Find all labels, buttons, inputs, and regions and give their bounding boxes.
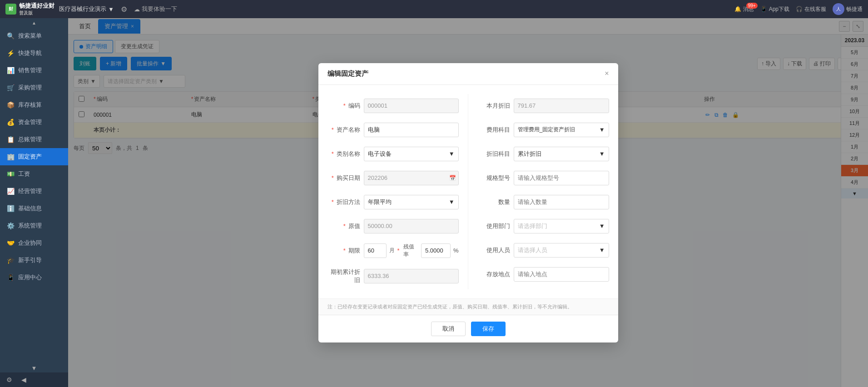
spec-input[interactable] [514,171,609,185]
content-area: 首页 资产管理 × − ⤡ 资产明细 [68,18,868,387]
form-row-depreciation-method: * 折旧方法 年限平均 ▼ [327,190,459,214]
cancel-button[interactable]: 取消 [431,322,466,336]
modal-header: 编辑固定资产 × [318,63,618,85]
logo: 财 畅捷通好业财 普及版 [5,2,55,16]
search-icon: 🔍 [6,32,15,40]
form-row-department: 使用部门 请选择部门 ▼ [477,214,609,238]
form-row-original-value: * 原值 [327,214,459,238]
user-dropdown-icon: ▼ [599,247,605,253]
mobile-icon: 📱 [760,6,767,12]
dropdown-icon: ▼ [108,6,114,13]
modal-overlay: 编辑固定资产 × * 编码 [68,18,868,387]
form-row-monthly-depreciation: 本月折旧 [477,94,609,118]
expense-subject-dropdown-icon: ▼ [599,126,605,133]
monthly-depreciation-input [514,99,609,113]
original-value-input[interactable] [364,219,459,233]
config-icon[interactable]: ⚙ [6,376,12,383]
form-row-category: * 类别名称 电子设备 ▼ [327,142,459,166]
sidebar-menu: 🔍 搜索菜单 ⚡ 快捷导航 📊 销售管理 🛒 采购管理 📦 库存核算 [0,27,68,363]
sidebar-item-fixed-asset[interactable]: 🏢 固定资产 [0,148,68,165]
department-select[interactable]: 请选择部门 ▼ [514,219,609,233]
form-row-location: 存放地点 [477,263,609,287]
headset-icon: 🎧 [796,6,803,12]
inventory-icon: 📦 [6,101,15,109]
depreciation-method-select[interactable]: 年限平均 ▼ [364,195,459,209]
system-icon: ⚙️ [6,222,15,230]
modal-close-button[interactable]: × [605,69,609,78]
expense-subject-select[interactable]: 管理费用_固定资产折旧 ▼ [514,123,609,137]
notification-icon: 🔔 [734,6,741,12]
accumulated-depreciation-input[interactable] [364,269,459,283]
sidebar-item-finance[interactable]: 💰 资金管理 [0,114,68,131]
cloud-icon: ☁ [134,6,140,13]
form-row-expense-subject: 费用科目 管理费用_固定资产折旧 ▼ [477,118,609,142]
depreciation-subject-select[interactable]: 累计折旧 ▼ [514,147,609,161]
sidebar-item-app-center[interactable]: 📱 应用中心 [0,269,68,286]
settings-button[interactable]: ⚙ [118,3,130,15]
purchase-date-input[interactable] [364,171,459,185]
calendar-icon: 📅 [449,175,456,181]
sidebar-item-system[interactable]: ⚙️ 系统管理 [0,217,68,234]
sidebar-scroll-up[interactable]: ▲ [0,18,68,27]
company-selector[interactable]: 医疗器械行业演示 ▼ [59,5,114,13]
operations-icon: 📈 [6,187,15,195]
sidebar-item-sales[interactable]: 📊 销售管理 [0,62,68,79]
sidebar-item-search[interactable]: 🔍 搜索菜单 [0,27,68,45]
quantity-input[interactable] [514,195,609,209]
experience-button[interactable]: ☁ 我要体验一下 [134,5,177,13]
asset-name-input[interactable] [364,123,459,137]
period-residual-group: 月 * 残值率 % [364,243,459,258]
period-input[interactable] [364,243,387,258]
sidebar-scroll-down[interactable]: ▼ [0,363,68,372]
logo-icon: 财 [5,4,16,15]
sidebar-item-collab[interactable]: 🤝 企业协同 [0,234,68,252]
app-download-item[interactable]: 📱 App下载 [760,5,789,13]
sidebar-item-operations[interactable]: 📈 经营管理 [0,183,68,200]
sidebar-item-inventory[interactable]: 📦 库存核算 [0,96,68,114]
sidebar-item-payroll[interactable]: 💵 工资 [0,165,68,183]
sidebar-item-basic-info[interactable]: ℹ️ 基础信息 [0,200,68,217]
top-bar-middle: 医疗器械行业演示 ▼ ⚙ ☁ 我要体验一下 [59,3,730,15]
modal-footer: 取消 保存 [318,315,618,342]
notification-item[interactable]: 🔔 消息 99+ [734,5,754,13]
quick-nav-icon: ⚡ [6,49,15,57]
location-input[interactable] [514,267,609,282]
sales-icon: 📊 [6,66,15,74]
top-bar-right: 🔔 消息 99+ 📱 App下载 🎧 在线客服 人 畅捷通 [734,3,863,15]
ledger-icon: 📋 [6,135,15,144]
depreciation-method-dropdown-icon: ▼ [449,198,455,205]
depreciation-subject-dropdown-icon: ▼ [599,150,605,157]
form-row-purchase-date: * 购买日期 📅 [327,166,459,190]
category-dropdown-icon: ▼ [449,150,455,157]
form-row-spec: 规格型号 [477,166,609,190]
sidebar-item-ledger[interactable]: 📋 总账管理 [0,131,68,148]
sidebar-item-quick-nav[interactable]: ⚡ 快捷导航 [0,45,68,62]
form-grid: * 编码 * 资产名称 [327,94,609,289]
form-col-right: 本月折旧 费用科目 管理费用 [468,94,609,289]
logo-text: 畅捷通好业财 普及版 [19,2,55,16]
sidebar-item-new-guide[interactable]: 🎓 新手引导 [0,252,68,269]
modal-note: 注：已经存在变更记录或者对应固定资产已经生成凭证，原值、购买日期、残值率、累计折… [318,298,618,315]
residual-rate-input[interactable] [421,243,451,258]
form-row-depreciation-subject: 折旧科目 累计折旧 ▼ [477,142,609,166]
edit-fixed-asset-modal: 编辑固定资产 × * 编码 [318,63,618,342]
fixed-asset-icon: 🏢 [6,153,15,161]
save-button[interactable]: 保存 [471,322,506,336]
form-row-period-residual: * 期限 月 * 残值率 % [327,238,459,263]
purchase-date-wrap: 📅 [364,171,459,185]
collapse-icon[interactable]: ◀ [21,376,26,383]
basic-info-icon: ℹ️ [6,204,15,213]
form-row-user: 使用人员 请选择人员 ▼ [477,238,609,263]
code-input[interactable] [364,99,459,113]
user-item[interactable]: 人 畅捷通 [833,3,863,15]
collab-icon: 🤝 [6,239,15,247]
online-service-item[interactable]: 🎧 在线客服 [796,5,826,13]
category-select[interactable]: 电子设备 ▼ [364,147,459,161]
form-row-accumulated: 期初累计折旧 [327,263,459,289]
sidebar-item-purchase[interactable]: 🛒 采购管理 [0,79,68,96]
new-guide-icon: 🎓 [6,256,15,264]
form-row-code: * 编码 [327,94,459,118]
main-area: ▲ 🔍 搜索菜单 ⚡ 快捷导航 📊 销售管理 🛒 采购管理 [0,18,868,387]
user-select[interactable]: 请选择人员 ▼ [514,243,609,258]
modal-body: * 编码 * 资产名称 [318,85,618,298]
